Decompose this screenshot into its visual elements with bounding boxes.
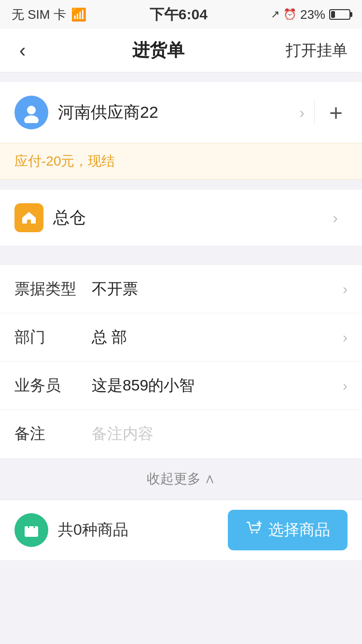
sales-chevron-icon: ›: [343, 378, 348, 394]
warehouse-icon: [14, 203, 43, 232]
remark-row[interactable]: 备注 备注内容: [0, 410, 362, 458]
page-title: 进货单: [132, 39, 184, 62]
notice-text: 应付-20元，现结: [14, 154, 115, 168]
invoice-chevron-icon: ›: [343, 281, 348, 297]
battery-percent: 23%: [300, 7, 325, 22]
section-gap-2: [0, 180, 362, 189]
battery-fill: [331, 11, 335, 18]
nav-bar: ‹ 进货单 打开挂单: [0, 29, 362, 72]
separator: [314, 100, 315, 125]
avatar: [14, 96, 48, 129]
carrier-text: 无 SIM 卡: [12, 6, 66, 23]
svg-point-0: [27, 106, 36, 114]
bag-icon: [22, 520, 41, 540]
remark-input[interactable]: 备注内容: [92, 423, 348, 445]
warehouse-row[interactable]: 总仓 ›: [0, 189, 362, 246]
location-icon: ↗: [271, 8, 279, 21]
house-icon: [20, 209, 38, 226]
sales-label: 业务员: [14, 375, 92, 396]
svg-point-3: [251, 532, 253, 533]
cart-add-icon: [245, 519, 263, 537]
sales-row[interactable]: 业务员 这是859的小智 ›: [0, 362, 362, 410]
invoice-type-row[interactable]: 票据类型 不开票 ›: [0, 265, 362, 313]
product-icon: [14, 513, 48, 547]
invoice-value: 不开票: [92, 279, 343, 300]
page-background: [0, 560, 362, 644]
invoice-label: 票据类型: [14, 279, 92, 300]
svg-point-4: [256, 532, 258, 533]
clock: 下午6:04: [150, 5, 208, 25]
dept-chevron-icon: ›: [343, 329, 348, 346]
dept-label: 部门: [14, 327, 92, 348]
supplier-row[interactable]: 河南供应商22 › +: [0, 82, 362, 143]
sales-value: 这是859的小智: [92, 375, 343, 396]
supplier-name: 河南供应商22: [58, 101, 299, 124]
remark-label: 备注: [14, 423, 92, 445]
warehouse-section: 总仓 ›: [0, 189, 362, 246]
warehouse-name: 总仓: [53, 207, 333, 229]
svg-point-1: [24, 115, 39, 123]
add-supplier-button[interactable]: +: [324, 99, 348, 126]
warehouse-chevron-icon: ›: [333, 209, 338, 227]
dept-value: 总 部: [92, 327, 343, 348]
select-product-icon: [245, 519, 263, 541]
dept-row[interactable]: 部门 总 部 ›: [0, 313, 362, 362]
person-icon: [21, 102, 42, 123]
select-product-label: 选择商品: [268, 519, 330, 541]
wifi-icon: 📶: [71, 7, 86, 22]
open-pending-button[interactable]: 打开挂单: [286, 40, 348, 61]
supplier-section: 河南供应商22 › + 应付-20元，现结: [0, 82, 362, 180]
svg-rect-2: [25, 526, 38, 537]
form-section: 票据类型 不开票 › 部门 总 部 › 业务员 这是859的小智 › 备注 备注…: [0, 265, 362, 458]
notice-banner: 应付-20元，现结: [0, 143, 362, 180]
collapse-label: 收起更多 ∧: [147, 470, 216, 488]
status-left: 无 SIM 卡 📶: [12, 6, 86, 23]
product-count: 共0种商品: [58, 519, 218, 541]
alarm-icon: ⏰: [283, 8, 296, 21]
battery-bar: [329, 9, 350, 20]
collapse-row[interactable]: 收起更多 ∧: [0, 458, 362, 500]
supplier-chevron-icon: ›: [299, 104, 305, 122]
back-button[interactable]: ‹: [14, 40, 30, 61]
section-gap-3: [0, 246, 362, 255]
status-bar: 无 SIM 卡 📶 下午6:04 ↗ ⏰ 23%: [0, 0, 362, 29]
bottom-bar: 共0种商品 选择商品: [0, 500, 362, 560]
status-right: ↗ ⏰ 23%: [271, 7, 350, 22]
section-gap-1: [0, 72, 362, 82]
select-product-button[interactable]: 选择商品: [228, 510, 348, 550]
